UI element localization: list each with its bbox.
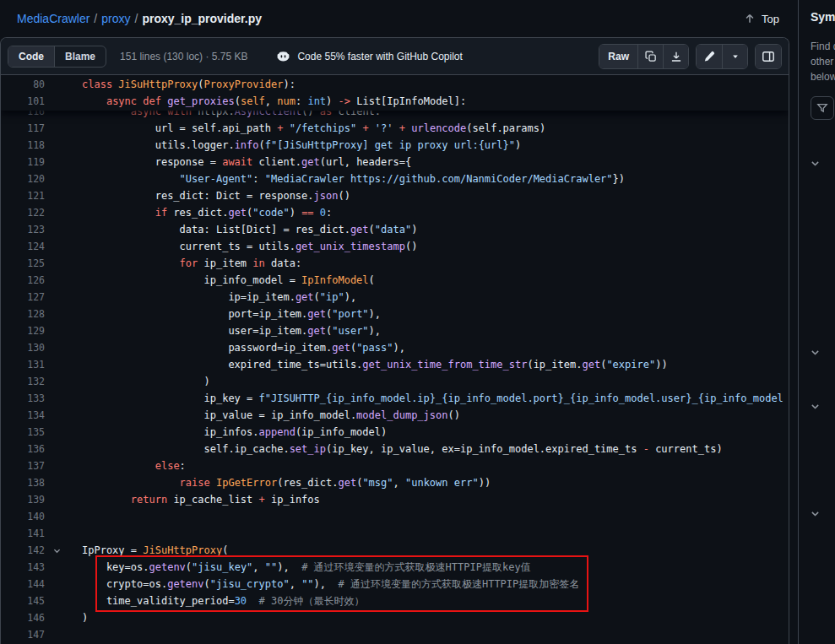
symbols-panel-title: Symbols [811,10,835,24]
code-text: password=ip_item.get("pass"), [82,342,405,354]
code-view: 80class JiSuHttpProxy(ProxyProvider):101… [1,75,789,644]
download-raw-button[interactable] [663,45,688,68]
code-text: port=ip_item.get("port"), [82,308,381,320]
code-text: async with httpx.AsyncClient() as client… [82,111,381,117]
line-number[interactable]: 139 [1,494,48,506]
line-number[interactable]: 144 [1,578,48,590]
code-line: 139 return ip_cache_list + ip_infos [1,491,789,508]
breadcrumb-file-name: proxy_ip_provider.py [142,12,262,25]
line-number[interactable]: 133 [1,392,48,404]
chevron-down-icon[interactable] [810,400,821,412]
line-number[interactable]: 80 [1,78,48,90]
code-text: time_validity_period=30 # 30分钟（最长时效） [82,594,364,609]
symbols-panel-hint: Find definitions and references for func… [811,39,835,84]
code-line: 135 ip_infos.append(ip_info_model) [1,424,789,441]
chevron-down-icon [731,52,740,61]
symbols-panel: Symbols Find definitions and references … [798,0,835,644]
line-number[interactable]: 146 [1,612,48,624]
breadcrumb-folder-link[interactable]: proxy [101,12,130,25]
breadcrumb-separator: / [94,12,97,25]
code-text: url = self.api_path + "/fetchips" + '?' … [82,122,545,134]
chevron-down-icon[interactable] [810,157,821,169]
code-line: 130 password=ip_item.get("pass"), [1,339,789,356]
line-number[interactable]: 142 [1,544,48,556]
tab-code[interactable]: Code [8,46,54,67]
code-text: for ip_item in data: [82,257,301,269]
breadcrumb-repo-link[interactable]: MediaCrawler [17,12,89,25]
line-number[interactable]: 119 [1,156,48,168]
code-line: 144 crypto=os.getenv("jisu_crypto", ""),… [1,576,789,593]
line-number[interactable]: 130 [1,342,48,354]
line-number[interactable]: 135 [1,426,48,438]
code-line: 120 "User-Agent": "MediaCrawler https://… [1,170,789,187]
back-to-top-button[interactable]: Top [744,13,779,25]
line-number[interactable]: 138 [1,477,48,489]
code-text: ip_infos.append(ip_info_model) [82,426,387,438]
tab-blame[interactable]: Blame [54,46,106,67]
edit-file-button[interactable] [697,45,722,68]
line-number[interactable]: 147 [1,629,48,641]
edit-dropdown-button[interactable] [722,45,747,68]
line-number[interactable]: 122 [1,207,48,219]
code-line: 119 response = await client.get(url, hea… [1,154,789,170]
code-line: 146) [1,609,789,626]
copilot-banner-text: Code 55% faster with GitHub Copilot [297,51,462,62]
code-line: 129 user=ip_item.get("user"), [1,322,789,339]
line-number[interactable]: 116 [1,111,48,117]
copy-raw-button[interactable] [637,45,663,68]
code-line: 137 else: [1,457,789,474]
code-text: user=ip_item.get("user"), [82,325,381,337]
chevron-down-icon[interactable] [810,507,821,519]
line-number[interactable]: 121 [1,190,48,202]
code-text: ip_info_model = IpInfoModel( [82,274,375,286]
line-number[interactable]: 145 [1,595,48,607]
symbols-hint-line: below or in the code. [811,69,835,84]
copilot-icon [276,49,290,63]
line-number[interactable]: 143 [1,561,48,573]
code-line: 116 async with httpx.AsyncClient() as cl… [1,111,789,120]
code-line: 142IpProxy = JiSuHttpProxy( [1,542,789,559]
line-number[interactable]: 117 [1,122,48,134]
code-text: ) [82,376,210,387]
code-text: self.ip_cache.set_ip(ip_key, ip_value, e… [82,443,723,455]
line-number[interactable]: 123 [1,224,48,235]
code-text: expired_time_ts=utils.get_unix_time_from… [82,359,668,371]
line-number[interactable]: 128 [1,308,48,320]
line-number[interactable]: 125 [1,257,48,269]
fold-chevron-icon[interactable] [48,546,65,555]
raw-button[interactable]: Raw [599,45,637,68]
code-line: 143 key=os.getenv("jisu_key", ""), # 通过环… [1,559,789,576]
line-number[interactable]: 141 [1,528,48,539]
line-number[interactable]: 127 [1,291,48,303]
line-number[interactable]: 118 [1,139,48,151]
line-number[interactable]: 120 [1,173,48,185]
symbols-filter-button[interactable] [811,96,834,120]
line-number[interactable]: 132 [1,376,48,387]
code-line: 122 if res_dict.get("code") == 0: [1,204,789,221]
breadcrumb-separator: / [134,12,138,25]
line-number[interactable]: 137 [1,460,48,472]
line-number[interactable]: 124 [1,241,48,252]
symbols-panel-toggle-button[interactable] [756,45,781,68]
line-number[interactable]: 131 [1,359,48,371]
panel-toggle-group [755,44,782,69]
code-line: 124 current_ts = utils.get_unix_timestam… [1,238,789,255]
code-text: ip_value = ip_info_model.model_dump_json… [82,409,460,421]
file-info-text: 151 lines (130 loc) · 5.75 KB [120,51,247,62]
line-number[interactable]: 126 [1,274,48,286]
line-number[interactable]: 140 [1,511,48,522]
line-number[interactable]: 134 [1,409,48,421]
code-line: 136 self.ip_cache.set_ip(ip_key, ip_valu… [1,441,789,457]
copilot-banner[interactable]: Code 55% faster with GitHub Copilot [276,49,462,63]
code-text: ip=ip_item.get("ip"), [82,291,356,303]
download-icon [670,51,682,62]
copy-icon [645,51,657,62]
chevron-down-icon[interactable] [810,346,821,358]
symbols-hint-line: other symbols in this file by clicking a… [811,54,835,69]
code-line: 147 [1,626,789,643]
line-number[interactable]: 101 [1,95,48,107]
line-number[interactable]: 136 [1,443,48,455]
code-line: 117 url = self.api_path + "/fetchips" + … [1,120,789,137]
line-number[interactable]: 129 [1,325,48,337]
code-line: 126 ip_info_model = IpInfoModel( [1,272,789,289]
